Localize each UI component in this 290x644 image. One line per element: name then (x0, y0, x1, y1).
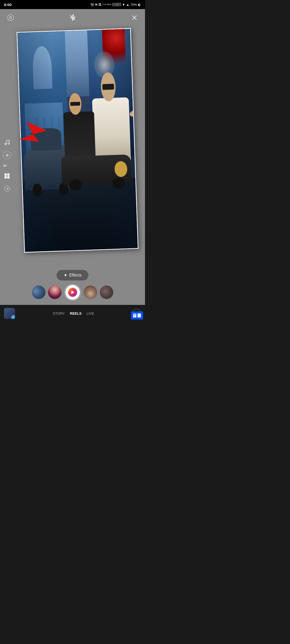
tab-live[interactable]: LIVE (87, 310, 94, 316)
nav-left: + (4, 308, 15, 319)
left-controls: 15 1× (3, 139, 11, 193)
play-icon (71, 291, 74, 294)
svg-point-0 (8, 15, 14, 21)
top-controls (0, 9, 145, 26)
man-shirt (92, 97, 131, 163)
battery-icon: ◐ (138, 3, 141, 7)
settings-button[interactable] (6, 13, 15, 22)
gallery-open-button[interactable]: + (4, 308, 15, 319)
thumb-image-2 (48, 286, 62, 299)
effects-button[interactable]: ✦ Effects (56, 270, 89, 281)
thumb-image-3 (84, 286, 97, 299)
wifi-icon: ▼ (122, 3, 125, 7)
gallery-thumb-1[interactable] (32, 286, 45, 299)
woman-sunglasses (70, 102, 80, 106)
gallery-thumb-2[interactable] (48, 286, 62, 299)
camera-status-icon: 📷 (90, 3, 94, 6)
clock-button[interactable] (3, 185, 11, 193)
red-arrow (19, 122, 47, 148)
svg-rect-10 (133, 313, 136, 315)
effects-label: Effects (69, 273, 82, 277)
m-icon: M (95, 3, 98, 6)
flash-button[interactable] (68, 13, 77, 22)
effects-icon: ✦ (64, 272, 67, 278)
status-time: 6:00 (4, 3, 12, 7)
shutter-gradient (68, 288, 77, 297)
gallery-thumb-3[interactable] (84, 286, 97, 299)
bottom-nav: + STORY REELS LIVE (0, 305, 145, 322)
thumb-image-4 (100, 286, 113, 299)
svg-marker-7 (19, 122, 47, 142)
gallery-thumb-4[interactable] (100, 286, 113, 299)
man-sunglasses (102, 84, 114, 90)
effects-section: ✦ Effects (0, 266, 145, 284)
layout-button[interactable] (3, 172, 11, 180)
camera-ui: 15 1× (0, 9, 145, 322)
thumb-image-1 (32, 286, 45, 299)
shutter-button[interactable] (64, 284, 81, 301)
close-button[interactable] (130, 13, 139, 22)
watermark (131, 311, 143, 319)
status-icons: 📷 M 🖼 0.13 KB/S VoWiFi ▼ ▲ 70% ◐ (90, 3, 141, 7)
timer-button[interactable]: 15 (3, 151, 11, 159)
bottom-area: ✦ Effects (0, 266, 145, 322)
speed-label: 1× (3, 164, 7, 168)
music-button[interactable] (3, 139, 11, 147)
battery-level: 70% (130, 3, 137, 7)
watermark-box (131, 311, 143, 319)
woman-head (69, 93, 82, 115)
svg-point-5 (5, 143, 6, 145)
signal-icon: ▲ (126, 3, 129, 7)
speed-button[interactable]: 1× (3, 164, 11, 168)
status-bar: 6:00 📷 M 🖼 0.13 KB/S VoWiFi ▼ ▲ 70% ◐ (0, 0, 145, 9)
gallery-icon: 🖼 (99, 3, 101, 6)
man-head (101, 72, 116, 102)
data-speed: 0.13 KB/S (102, 3, 111, 6)
tab-story[interactable]: STORY (53, 310, 65, 316)
grid-icon (5, 174, 10, 179)
headlight (114, 160, 128, 178)
man-arm (129, 107, 139, 117)
gallery-strip (0, 284, 145, 305)
wheel-back (112, 177, 125, 189)
couple-figure (58, 62, 136, 207)
svg-point-1 (10, 17, 12, 19)
add-icon: + (12, 315, 15, 319)
clock-icon (4, 186, 10, 191)
nav-tabs: STORY REELS LIVE (53, 310, 94, 316)
svg-point-6 (8, 143, 9, 144)
image-area (13, 24, 142, 257)
wheel-front (69, 179, 82, 191)
network-type: VoWiFi (112, 3, 121, 6)
svg-rect-9 (137, 313, 141, 317)
tab-reels[interactable]: REELS (70, 310, 82, 316)
motorcycle (61, 154, 132, 185)
shutter-inner (65, 285, 80, 300)
timer-value: 15 (6, 154, 8, 156)
